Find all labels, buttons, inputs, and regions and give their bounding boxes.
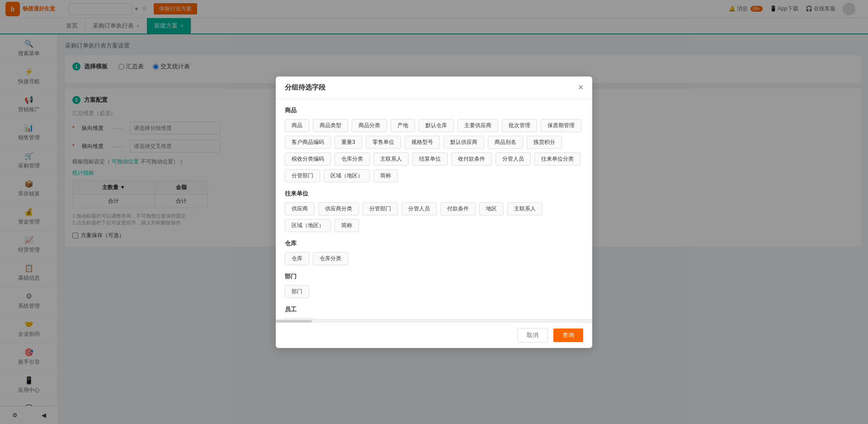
field-tag-1-4[interactable]: 付款条件: [440, 202, 476, 215]
field-tag-0-14[interactable]: 拣货积分: [527, 136, 562, 149]
modal-overlay: 分组待选字段 × 商品商品商品类型商品分类产地默认仓库主要供应商批次管理保质期管…: [0, 0, 868, 424]
modal-footer: 取消 查询: [276, 322, 592, 348]
field-tag-0-4[interactable]: 默认仓库: [419, 119, 454, 132]
field-tag-0-15[interactable]: 税收分类编码: [285, 152, 331, 166]
field-tag-1-8[interactable]: 简称: [335, 219, 359, 232]
field-tag-0-24[interactable]: 简称: [373, 169, 398, 182]
field-group-tags-0: 商品商品类型商品分类产地默认仓库主要供应商批次管理保质期管理客户商品编码重量3零…: [285, 119, 583, 182]
modal-header: 分组待选字段 ×: [276, 76, 592, 99]
field-tag-0-22[interactable]: 分管部门: [285, 169, 320, 182]
field-tag-0-16[interactable]: 仓库分类: [335, 152, 370, 166]
modal-title: 分组待选字段: [285, 83, 326, 92]
field-tag-0-2[interactable]: 商品分类: [352, 119, 387, 132]
modal-close-button[interactable]: ×: [578, 83, 583, 92]
field-tag-0-1[interactable]: 商品类型: [313, 119, 348, 132]
field-tag-1-3[interactable]: 分管人员: [401, 202, 437, 215]
field-tag-1-2[interactable]: 分管部门: [363, 202, 398, 215]
field-tag-1-6[interactable]: 主联系人: [507, 202, 542, 215]
field-tag-1-5[interactable]: 地区: [479, 202, 504, 215]
modal: 分组待选字段 × 商品商品商品类型商品分类产地默认仓库主要供应商批次管理保质期管…: [276, 76, 592, 348]
field-tag-0-12[interactable]: 默认供应商: [443, 136, 484, 149]
field-tag-0-9[interactable]: 重量3: [335, 136, 362, 149]
field-tag-0-21[interactable]: 往来单位分类: [534, 152, 580, 166]
field-group-title-3: 部门: [285, 272, 583, 281]
modal-scroll-thumb: [276, 320, 312, 323]
confirm-button[interactable]: 查询: [553, 329, 583, 342]
field-tag-0-20[interactable]: 分管人员: [495, 152, 531, 166]
field-group-title-4: 员工: [285, 305, 583, 314]
field-tag-0-8[interactable]: 客户商品编码: [285, 136, 331, 149]
modal-scroll-x[interactable]: [276, 319, 592, 322]
field-group-tags-3: 部门: [285, 285, 583, 298]
field-tag-0-5[interactable]: 主要供应商: [458, 119, 498, 132]
field-group-title-2: 仓库: [285, 239, 583, 248]
field-group-title-0: 商品: [285, 106, 583, 114]
modal-body: 商品商品商品类型商品分类产地默认仓库主要供应商批次管理保质期管理客户商品编码重量…: [276, 99, 592, 319]
field-tag-1-1[interactable]: 供应商分类: [318, 202, 359, 215]
field-tag-0-19[interactable]: 收付款条件: [451, 152, 492, 166]
cancel-button[interactable]: 取消: [517, 328, 548, 343]
field-tag-2-0[interactable]: 仓库: [285, 252, 309, 265]
field-tag-0-11[interactable]: 规格型号: [405, 136, 440, 149]
field-tag-1-7[interactable]: 区域（地区）: [285, 219, 331, 232]
field-tag-0-7[interactable]: 保质期管理: [541, 119, 581, 132]
field-tag-2-1[interactable]: 仓库分类: [313, 252, 348, 265]
field-tag-0-18[interactable]: 结算单位: [412, 152, 448, 166]
field-tag-0-0[interactable]: 商品: [285, 119, 309, 132]
field-tag-0-6[interactable]: 批次管理: [502, 119, 537, 132]
field-tag-0-13[interactable]: 商品别名: [488, 136, 523, 149]
field-tag-0-23[interactable]: 区域（地区）: [324, 169, 370, 182]
field-tag-0-10[interactable]: 零售单位: [366, 136, 401, 149]
field-tag-0-17[interactable]: 主联系人: [373, 152, 409, 166]
field-group-tags-2: 仓库仓库分类: [285, 252, 583, 265]
field-tag-1-0[interactable]: 供应商: [285, 202, 315, 215]
field-tag-0-3[interactable]: 产地: [391, 119, 415, 132]
field-tag-3-0[interactable]: 部门: [285, 285, 309, 298]
field-group-title-1: 往来单位: [285, 190, 583, 198]
field-group-tags-1: 供应商供应商分类分管部门分管人员付款条件地区主联系人区域（地区）简称: [285, 202, 583, 232]
